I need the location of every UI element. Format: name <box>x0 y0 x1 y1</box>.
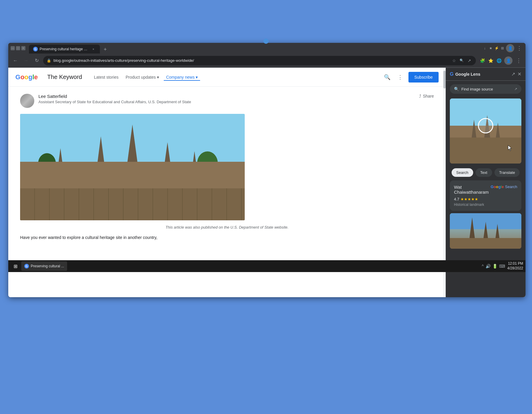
keyword-header: Google The Keyword Latest stories Produc… <box>8 68 446 87</box>
lens-tab-translate[interactable]: Translate <box>494 168 520 177</box>
article-caption: This article was also published on the U… <box>20 225 434 229</box>
new-tab-button[interactable]: + <box>101 45 109 54</box>
forward-button[interactable]: → <box>22 56 30 65</box>
clock-time: 12:01 PM <box>507 261 523 266</box>
lens-close-icon[interactable]: ✕ <box>518 71 521 77</box>
share-icon: ⤴ <box>419 94 421 98</box>
find-source-label: Find image source <box>461 87 493 91</box>
share-address-icon[interactable]: ↗ <box>466 58 472 64</box>
active-tab[interactable]: G Preserving cultural heritage worl × <box>29 45 100 54</box>
header-actions: 🔍 ⋮ Subscribe <box>382 72 439 83</box>
lens-external-link-icon[interactable]: ↗ <box>511 71 515 77</box>
lens-tab-search[interactable]: Search <box>452 168 473 177</box>
temple-scene <box>20 114 245 220</box>
find-external-icon: ↗ <box>514 87 517 91</box>
author-avatar <box>20 94 34 108</box>
system-tray: ^ 🔊 🔋 ⌨ <box>482 264 505 269</box>
find-image-source-button[interactable]: 🔍 Find image source ↗ <box>450 84 521 94</box>
site-title: The Keyword <box>47 74 82 80</box>
taskbar-chrome-item[interactable]: G Preserving cultural ... <box>21 261 67 271</box>
dropdown-chevron-product: ▾ <box>157 75 159 80</box>
g-logo-result: Google <box>491 185 504 189</box>
foreground-blocks <box>20 188 245 220</box>
result-rating: 4.7 ★★★★★ <box>454 197 517 201</box>
minimize-button[interactable]: — <box>11 46 15 50</box>
result-search-label: Search <box>505 185 517 189</box>
lens-header: G Google Lens ↗ ✕ <box>446 68 525 81</box>
lens-preview-bg <box>450 98 521 164</box>
lens-image-preview <box>450 98 521 164</box>
system-clock: 12:01 PM 4/28/2022 <box>507 261 523 271</box>
tab-close-button[interactable]: × <box>91 47 96 51</box>
title-bar: — □ ✕ G Preserving cultural heritage wor… <box>8 43 525 54</box>
result-image <box>450 213 521 249</box>
sound-icon[interactable]: 🔊 <box>486 264 491 269</box>
tab-favicon: G <box>33 47 38 51</box>
article-body: Have you ever wanted to explore a cultur… <box>20 234 434 241</box>
lens-ruins <box>450 138 521 164</box>
address-bar-row: ← → ↻ 🔒 blog.google/outreach-initiatives… <box>8 54 525 68</box>
address-actions: ☆ 🔍 ↗ <box>451 58 472 64</box>
recording-dot <box>263 38 269 44</box>
lens-g-icon: G <box>450 72 453 77</box>
user-profile-icon[interactable]: 👤 <box>504 56 512 65</box>
tray-chevron-icon[interactable]: ^ <box>482 264 484 269</box>
start-button[interactable]: ⊞ <box>11 261 20 271</box>
keyboard-icon[interactable]: ⌨ <box>499 264 505 269</box>
result-search-button[interactable]: Google Search <box>491 185 517 189</box>
taskbar: ⊞ G Preserving cultural ... ^ 🔊 🔋 ⌨ 12:0… <box>8 260 525 272</box>
grid-icon[interactable]: ⊞ <box>500 46 505 51</box>
chrome-menu-button[interactable]: ⋮ <box>515 44 523 52</box>
translate-icon[interactable]: 🌐 <box>496 58 502 64</box>
browser-menu-button[interactable]: ⋮ <box>515 57 523 64</box>
result-img-ground <box>450 238 521 249</box>
star-icon[interactable]: ☆ <box>451 58 457 64</box>
close-button[interactable]: ✕ <box>21 46 25 50</box>
header-more-button[interactable]: ⋮ <box>395 72 405 82</box>
lens-selection-circle <box>478 118 493 133</box>
browser-window: — □ ✕ G Preserving cultural heritage wor… <box>8 43 525 297</box>
profile-button[interactable]: 👤 <box>506 44 514 52</box>
scroll-thumb[interactable] <box>443 71 446 88</box>
result-top: Wat Chaiwatthanaram Google Search <box>454 185 517 195</box>
nav-links: Latest stories Product updates ▾ Company… <box>92 74 373 81</box>
lens-search-icon: 🔍 <box>454 87 459 91</box>
subscribe-button[interactable]: Subscribe <box>408 72 439 83</box>
header-search-button[interactable]: 🔍 <box>382 72 392 82</box>
battery-icon[interactable]: 🔋 <box>492 264 497 269</box>
address-box[interactable]: 🔒 blog.google/outreach-initiatives/arts-… <box>43 56 476 65</box>
author-info: Lee Satterfield Assistant Secretary of S… <box>20 94 191 108</box>
foreground <box>20 188 245 220</box>
refresh-button[interactable]: ↻ <box>33 56 41 65</box>
lens-icon[interactable]: 🔍 <box>459 58 465 64</box>
bookmark-icon[interactable]: ★ <box>488 46 493 51</box>
desktop-top-bg <box>0 0 532 38</box>
result-type: Historical landmark <box>454 203 517 207</box>
lens-result-card: Wat Chaiwatthanaram Google Search 4.7 ★★… <box>450 180 521 211</box>
download-icon[interactable]: ↓ <box>482 46 487 51</box>
lens-tab-text[interactable]: Text <box>476 168 492 177</box>
result-name: Wat Chaiwatthanaram <box>454 185 491 195</box>
google-logo: Google <box>15 73 38 81</box>
maximize-button[interactable]: □ <box>16 46 20 50</box>
back-button[interactable]: ← <box>11 56 20 65</box>
rating-number: 4.7 <box>454 197 459 201</box>
tab-title: Preserving cultural heritage worl <box>40 47 89 51</box>
lock-icon: 🔒 <box>47 59 51 63</box>
nav-link-product[interactable]: Product updates ▾ <box>123 74 161 81</box>
bookmark-star-icon[interactable]: ⭐ <box>488 58 494 64</box>
rating-stars: ★★★★★ <box>460 197 478 201</box>
article-content: Lee Satterfield Assistant Secretary of S… <box>8 87 446 248</box>
lens-tabs: Search Text Translate <box>446 165 525 180</box>
heritage-image <box>20 114 245 220</box>
share-button[interactable]: ⤴ Share <box>419 94 434 98</box>
url-text: blog.google/outreach-initiatives/arts-cu… <box>53 58 449 63</box>
author-title: Assistant Secretary of State for Educati… <box>38 99 191 105</box>
taskbar-favicon: G <box>24 264 29 269</box>
lens-header-icons: ↗ ✕ <box>511 71 521 77</box>
extensions-icon[interactable]: 🧩 <box>479 58 485 64</box>
nav-link-latest[interactable]: Latest stories <box>92 74 121 81</box>
author-details: Lee Satterfield Assistant Secretary of S… <box>38 94 191 105</box>
nav-link-company[interactable]: Company news ▾ <box>164 74 200 81</box>
extension-icon[interactable]: ⚡ <box>494 46 499 51</box>
